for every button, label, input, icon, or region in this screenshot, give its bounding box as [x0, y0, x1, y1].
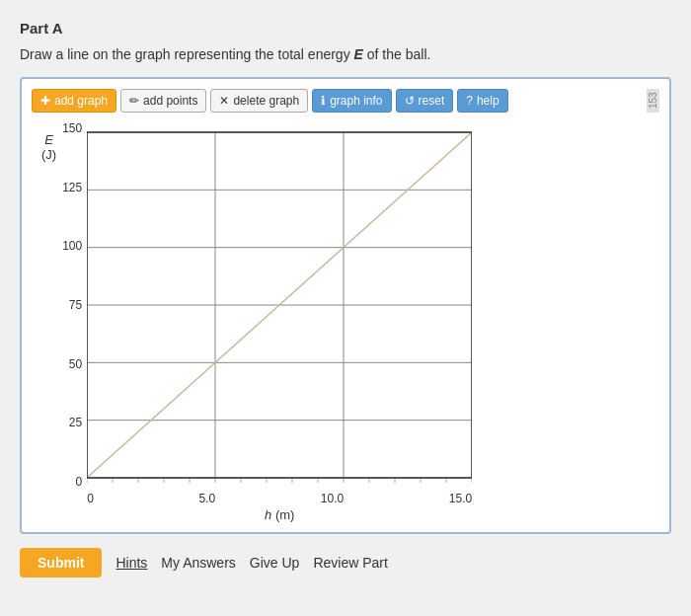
my-answers-link[interactable]: My Answers: [161, 555, 235, 571]
toolbar: ✚ add graph ✏ add points ✕ delete graph …: [32, 89, 659, 113]
y-label-unit: (J): [41, 147, 56, 162]
add-graph-button[interactable]: ✚ add graph: [32, 89, 116, 113]
graph-info-button[interactable]: ℹ graph info: [312, 89, 391, 113]
reset-icon: ↺: [405, 94, 415, 108]
y-tick-label: 100: [62, 240, 82, 252]
add-points-label: add points: [143, 94, 197, 108]
pencil-icon: ✏: [129, 94, 139, 108]
delete-graph-label: delete graph: [233, 94, 299, 108]
delete-graph-button[interactable]: ✕ delete graph: [210, 89, 308, 113]
graph-area: E (J) 1501251007550250 05.010.015.0 h (m…: [32, 122, 659, 522]
y-labels: 1501251007550250: [62, 122, 82, 488]
x-tick-label: 5.0: [199, 492, 216, 505]
x-labels-row: 05.010.015.0: [87, 492, 472, 505]
instruction-text: Draw a line on the graph representing th…: [20, 44, 671, 65]
y-tick-label: 125: [62, 182, 82, 193]
x-icon: ✕: [219, 94, 229, 108]
y-tick-label: 150: [62, 122, 82, 134]
x-tick-label: 0: [87, 492, 94, 505]
x-tick-label: 10.0: [321, 492, 344, 505]
reset-button[interactable]: ↺ reset: [396, 89, 454, 113]
add-graph-label: add graph: [54, 94, 108, 108]
give-up-link[interactable]: Give Up: [250, 555, 300, 571]
y-label-E: E: [44, 132, 53, 147]
y-tick-label: 0: [76, 476, 83, 488]
review-part-link[interactable]: Review Part: [313, 555, 387, 571]
plus-icon: ✚: [40, 94, 50, 108]
bottom-links: Hints My Answers Give Up Review Part: [115, 555, 387, 571]
help-button[interactable]: ? help: [457, 89, 507, 113]
y-tick-label: 25: [69, 417, 82, 428]
math-symbol: E: [354, 46, 363, 62]
part-label: Part A: [20, 20, 671, 37]
side-number: 153: [647, 89, 659, 113]
graph-canvas[interactable]: [87, 122, 472, 488]
question-icon: ?: [466, 94, 473, 108]
graph-row: 1501251007550250 05.010.015.0 h (m): [62, 122, 472, 522]
chart-wrapper[interactable]: 05.010.015.0 h (m): [87, 122, 472, 522]
reset-label: reset: [419, 94, 445, 108]
bottom-bar: Submit Hints My Answers Give Up Review P…: [20, 548, 671, 578]
toolbar-inner: ✚ add graph ✏ add points ✕ delete graph …: [32, 89, 647, 113]
hints-link[interactable]: Hints: [115, 555, 147, 571]
y-tick-label: 50: [69, 358, 82, 370]
x-axis-label: h (m): [87, 507, 472, 522]
info-icon: ℹ: [321, 94, 326, 108]
graph-info-label: graph info: [330, 94, 382, 108]
x-tick-label: 15.0: [449, 492, 472, 505]
add-points-button[interactable]: ✏ add points: [120, 89, 206, 113]
y-tick-label: 75: [69, 299, 82, 311]
help-label: help: [477, 94, 499, 108]
graph-container: ✚ add graph ✏ add points ✕ delete graph …: [20, 77, 671, 534]
y-axis-label: E (J): [41, 132, 56, 162]
submit-button[interactable]: Submit: [20, 548, 102, 578]
